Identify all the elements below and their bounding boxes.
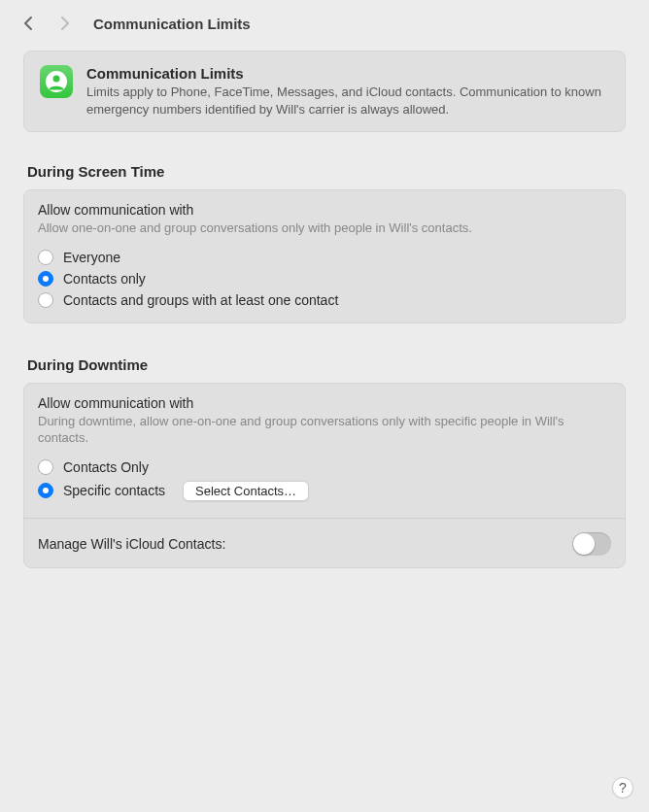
help-button[interactable]: ?	[612, 777, 633, 798]
radio-label: Contacts and groups with at least one co…	[63, 292, 338, 308]
radio-icon	[38, 483, 53, 498]
radio-label: Contacts only	[63, 271, 146, 287]
nav-back-button[interactable]	[19, 12, 37, 35]
radio-icon	[38, 271, 53, 287]
titlebar: Communication Limits	[0, 0, 649, 43]
downtime-heading: Allow communication with	[38, 395, 611, 411]
downtime-desc: During downtime, allow one-on-one and gr…	[38, 413, 611, 447]
info-card-body: Communication Limits Limits apply to Pho…	[86, 65, 609, 118]
radio-label: Contacts Only	[63, 459, 149, 475]
screentime-card: Allow communication with Allow one-on-on…	[23, 189, 626, 323]
radio-icon	[38, 292, 53, 308]
divider	[24, 518, 625, 519]
manage-icloud-toggle[interactable]	[572, 532, 611, 556]
svg-point-1	[53, 76, 60, 83]
radio-label: Specific contacts	[63, 483, 165, 498]
radio-downtime-contacts-only[interactable]: Contacts Only	[38, 457, 611, 478]
screentime-heading: Allow communication with	[38, 202, 611, 218]
settings-pane: Communication Limits Communication Limit…	[0, 0, 649, 812]
contacts-icon	[40, 65, 73, 98]
section-title-downtime: During Downtime	[27, 356, 622, 373]
radio-specific-contacts[interactable]: Specific contacts Select Contacts…	[38, 478, 611, 504]
radio-icon	[38, 459, 53, 475]
info-card-title: Communication Limits	[86, 65, 609, 82]
switch-knob-icon	[573, 533, 595, 555]
info-card: Communication Limits Limits apply to Pho…	[23, 51, 626, 132]
radio-icon	[38, 250, 53, 265]
info-card-desc: Limits apply to Phone, FaceTime, Message…	[86, 84, 609, 118]
section-title-screentime: During Screen Time	[27, 163, 622, 180]
select-contacts-button[interactable]: Select Contacts…	[183, 481, 309, 501]
radio-contacts-only[interactable]: Contacts only	[38, 268, 611, 289]
manage-icloud-label: Manage Will's iCloud Contacts:	[38, 536, 225, 552]
radio-label: Everyone	[63, 250, 120, 265]
nav-forward-button[interactable]	[56, 12, 74, 35]
page-title: Communication Limits	[93, 16, 251, 32]
downtime-card: Allow communication with During downtime…	[23, 383, 626, 568]
manage-icloud-row: Manage Will's iCloud Contacts:	[38, 528, 611, 556]
radio-contacts-and-groups[interactable]: Contacts and groups with at least one co…	[38, 289, 611, 311]
screentime-desc: Allow one-on-one and group conversations…	[38, 220, 611, 237]
content-area: Communication Limits Limits apply to Pho…	[0, 43, 649, 584]
radio-everyone[interactable]: Everyone	[38, 247, 611, 268]
